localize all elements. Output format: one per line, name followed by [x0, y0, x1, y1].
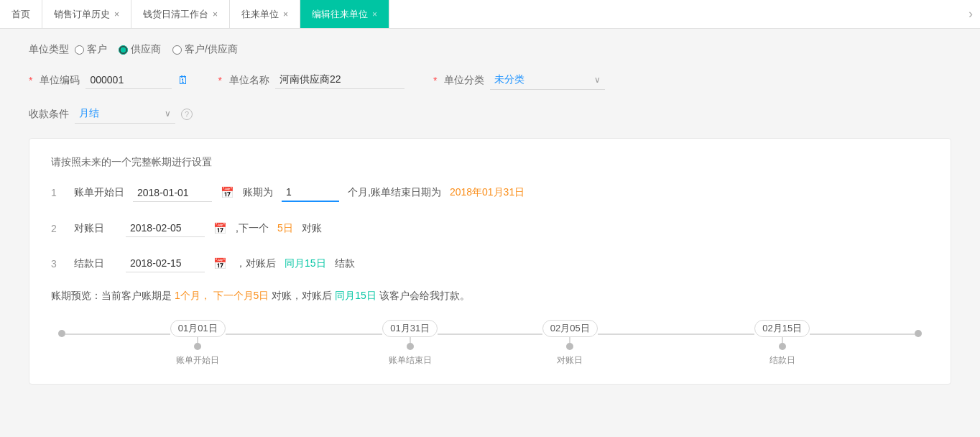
tab-home-label: 首页 — [11, 8, 30, 21]
radio-supplier-input[interactable] — [119, 45, 128, 55]
unit-code-required-star: * — [29, 75, 32, 86]
tab-sales-order-history[interactable]: 销售订单历史 × — [42, 0, 131, 28]
step1-calendar-icon[interactable]: 📅 — [221, 186, 234, 199]
payment-terms-row: 收款条件 月结 ∨ ? — [29, 104, 951, 124]
radio-both[interactable]: 客户/供应商 — [172, 43, 238, 56]
timeline-start-dot — [58, 330, 65, 337]
unit-info-row: * 单位编码 000001 🗓 * 单位名称 * 单位分类 未分类 ∨ — [29, 70, 951, 90]
radio-supplier-label: 供应商 — [131, 43, 161, 56]
step1-period-end-date: 2018年01月31日 — [450, 186, 524, 199]
step2-highlight: 5日 — [277, 222, 293, 235]
payment-terms-arrow-icon: ∨ — [165, 109, 171, 119]
timeline-end-dot — [915, 330, 922, 337]
payment-terms-value: 月结 — [79, 107, 162, 120]
timeline-start-dot-wrap — [58, 320, 65, 337]
preview-label: 账期预览：当前客户账期是 — [51, 290, 172, 301]
timeline-segment-1 — [65, 334, 170, 335]
radio-supplier[interactable]: 供应商 — [119, 43, 161, 56]
timeline-label-0205: 02月05日 — [542, 320, 598, 337]
step3-prefix: ，对账后 — [236, 257, 276, 270]
close-partner-units-icon[interactable]: × — [283, 9, 288, 19]
unit-category-dropdown[interactable]: 未分类 ∨ — [490, 70, 605, 90]
timeline-end-dot-wrap — [915, 320, 922, 337]
timeline-sublabel-0205: 对账日 — [557, 354, 583, 367]
radio-both-input[interactable] — [172, 45, 182, 55]
tab-edit-partner-unit-label: 编辑往来单位 — [312, 8, 368, 21]
unit-code-input[interactable]: 000001 — [85, 71, 172, 89]
unit-code-label: 单位编码 — [40, 74, 80, 87]
settings-card: 请按照未来的一个完整帐期进行设置 1 账单开始日 📅 账期为 个月,账单结束日期… — [29, 138, 951, 385]
tab-home[interactable]: 首页 — [0, 0, 42, 28]
timeline-label-0131: 01月31日 — [382, 320, 438, 337]
radio-customer-label: 客户 — [87, 43, 107, 56]
tab-expand-button[interactable]: › — [961, 0, 980, 28]
timeline-sublabel-0131: 账单结束日 — [389, 354, 432, 367]
unit-category-arrow-icon: ∨ — [594, 75, 601, 85]
timeline-dot-0101 — [194, 343, 201, 350]
unit-name-required-star: * — [218, 75, 221, 86]
step2-date-input[interactable] — [126, 219, 205, 237]
timeline-segment-4 — [598, 334, 755, 335]
timeline-sublabel-0215: 结款日 — [769, 354, 795, 367]
radio-both-label: 客户/供应商 — [185, 43, 238, 56]
unit-type-item: 单位类型 客户 供应商 客户/供应商 — [29, 43, 238, 56]
step-number-2: 2 — [51, 223, 65, 234]
preview-mid: 对账，对账后 — [272, 290, 332, 301]
tab-partner-units[interactable]: 往来单位 × — [230, 0, 300, 28]
timeline-label-0215: 02月15日 — [754, 320, 810, 337]
unit-code-item: * 单位编码 000001 🗓 — [29, 71, 189, 89]
timeline-point-0131: 01月31日 账单结束日 — [382, 320, 438, 367]
timeline-point-0101: 01月01日 账单开始日 — [170, 320, 226, 367]
unit-category-required-star: * — [433, 75, 437, 86]
tab-partner-units-label: 往来单位 — [241, 8, 279, 21]
radio-customer[interactable]: 客户 — [75, 43, 107, 56]
step-row-1: 1 账单开始日 📅 账期为 个月,账单结束日期为 2018年01月31日 — [51, 183, 929, 202]
timeline-dot-0131 — [407, 343, 414, 350]
close-cash-flow-workbench-icon[interactable]: × — [213, 9, 218, 19]
tab-cash-flow-workbench-label: 钱货日清工作台 — [143, 8, 208, 21]
unit-type-radio-group: 客户 供应商 客户/供应商 — [75, 43, 238, 56]
step-number-3: 3 — [51, 258, 65, 270]
unit-type-row: 单位类型 客户 供应商 客户/供应商 — [29, 43, 951, 56]
step-label-1: 账单开始日 — [74, 186, 124, 199]
step2-calendar-icon[interactable]: 📅 — [213, 222, 227, 235]
preview-end: 该客户会给我打款。 — [379, 290, 470, 301]
page-content: 单位类型 客户 供应商 客户/供应商 * 单位编码 00000 — [0, 29, 980, 437]
preview-text: 账期预览：当前客户账期是 1个月， 下一个月5日 对账，对账后 同月15日 该客… — [51, 290, 929, 303]
step2-suffix: 对账 — [302, 222, 322, 235]
step1-date-input[interactable] — [133, 184, 212, 202]
close-edit-partner-unit-icon[interactable]: × — [372, 9, 377, 19]
unit-name-label: 单位名称 — [229, 74, 269, 87]
step1-period-unit: 个月,账单结束日期为 — [348, 186, 441, 199]
payment-terms-dropdown[interactable]: 月结 ∨ — [75, 104, 175, 124]
timeline-tick-0215 — [782, 337, 783, 343]
unit-name-item: * 单位名称 — [218, 71, 404, 89]
radio-customer-input[interactable] — [75, 45, 84, 55]
step3-calendar-icon[interactable]: 📅 — [213, 257, 227, 270]
timeline-tick-0131 — [410, 337, 411, 343]
help-icon[interactable]: ? — [181, 109, 193, 120]
timeline-tick-0205 — [569, 337, 570, 343]
preview-part3: 同月15日 — [335, 290, 376, 301]
unit-category-label: 单位分类 — [444, 74, 484, 87]
timeline-dot-0215 — [779, 343, 786, 350]
unit-category-item: * 单位分类 未分类 ∨ — [433, 70, 605, 90]
step3-date-input[interactable] — [126, 254, 205, 272]
close-sales-order-history-icon[interactable]: × — [114, 9, 119, 19]
unit-name-input[interactable] — [275, 71, 405, 89]
timeline-sublabel-0101: 账单开始日 — [176, 354, 219, 367]
timeline-container: 01月01日 账单开始日 01月31日 账单结束日 — [51, 320, 929, 367]
unit-category-value: 未分类 — [494, 73, 591, 86]
step-row-3: 3 结款日 📅 ，对账后 同月15日 结款 — [51, 254, 929, 272]
tab-edit-partner-unit[interactable]: 编辑往来单位 × — [300, 0, 389, 28]
step-row-2: 2 对账日 📅 ,下一个 5日 对账 — [51, 219, 929, 237]
unit-code-copy-icon[interactable]: 🗓 — [177, 74, 189, 87]
step1-period-input[interactable] — [282, 183, 339, 202]
tab-sales-order-history-label: 销售订单历史 — [54, 8, 110, 21]
payment-terms-label: 收款条件 — [29, 108, 69, 121]
tab-cash-flow-workbench[interactable]: 钱货日清工作台 × — [131, 0, 230, 28]
tab-bar: 首页 销售订单历史 × 钱货日清工作台 × 往来单位 × 编辑往来单位 × › — [0, 0, 980, 29]
step-label-2: 对账日 — [74, 222, 117, 235]
step-label-3: 结款日 — [74, 257, 117, 270]
step2-prefix: ,下一个 — [236, 222, 269, 235]
